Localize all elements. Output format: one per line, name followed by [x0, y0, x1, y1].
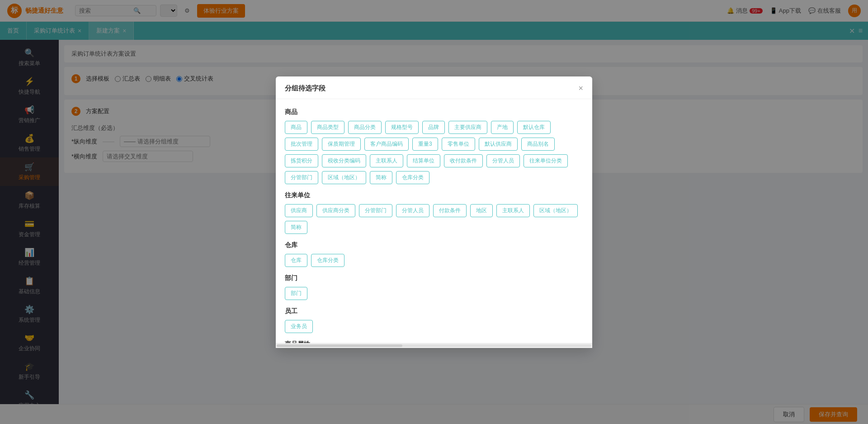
modal-section-2: 仓库仓库仓库分类 [285, 241, 583, 267]
section-title-4: 员工 [285, 307, 583, 315]
field-tag-1-6[interactable]: 主联系人 [496, 204, 530, 217]
fields-group-0: 商品商品类型商品分类规格型号品牌主要供应商产地默认仓库批次管理保质期管理客户商品… [285, 121, 583, 184]
field-tag-0-11[interactable]: 重量3 [412, 138, 438, 151]
modal-close-button[interactable]: × [578, 84, 583, 93]
field-tag-0-0[interactable]: 商品 [285, 121, 307, 134]
field-tag-0-6[interactable]: 产地 [491, 121, 514, 134]
field-tag-1-0[interactable]: 供应商 [285, 204, 313, 217]
field-tag-0-15[interactable]: 拣货积分 [285, 154, 318, 167]
field-tag-1-5[interactable]: 地区 [470, 204, 493, 217]
field-tag-0-21[interactable]: 往来单位分类 [524, 154, 568, 167]
field-tag-0-9[interactable]: 保质期管理 [322, 138, 361, 151]
fields-group-4: 业务员 [285, 320, 583, 333]
field-tag-2-0[interactable]: 仓库 [285, 254, 307, 267]
modal-section-1: 往来单位供应商供应商分类分管部门分管人员付款条件地区主联系人区域（地区）简称 [285, 191, 583, 234]
field-tag-1-7[interactable]: 区域（地区） [533, 204, 578, 217]
field-tag-2-1[interactable]: 仓库分类 [311, 254, 344, 267]
field-tag-3-0[interactable]: 部门 [285, 287, 307, 300]
field-tag-0-22[interactable]: 分管部门 [285, 171, 318, 184]
modal-body: 商品商品商品类型商品分类规格型号品牌主要供应商产地默认仓库批次管理保质期管理客户… [276, 99, 592, 343]
field-tag-0-23[interactable]: 区域（地区） [322, 171, 366, 184]
field-tag-0-7[interactable]: 默认仓库 [517, 121, 551, 134]
field-tag-0-20[interactable]: 分管人员 [486, 154, 520, 167]
field-tag-0-17[interactable]: 主联系人 [370, 154, 403, 167]
section-title-0: 商品 [285, 108, 583, 116]
field-tag-0-2[interactable]: 商品分类 [348, 121, 382, 134]
fields-group-2: 仓库仓库分类 [285, 254, 583, 267]
section-title-2: 仓库 [285, 241, 583, 249]
hscroll-thumb[interactable] [277, 344, 402, 347]
modal-dialog: 分组待选字段 × 商品商品商品类型商品分类规格型号品牌主要供应商产地默认仓库批次… [276, 76, 592, 348]
field-tag-1-4[interactable]: 付款条件 [433, 204, 467, 217]
modal-header: 分组待选字段 × [276, 76, 592, 99]
field-tag-0-19[interactable]: 收付款条件 [444, 154, 483, 167]
field-tag-1-1[interactable]: 供应商分类 [316, 204, 355, 217]
field-tag-0-8[interactable]: 批次管理 [285, 138, 318, 151]
fields-group-3: 部门 [285, 287, 583, 300]
modal-section-0: 商品商品商品类型商品分类规格型号品牌主要供应商产地默认仓库批次管理保质期管理客户… [285, 108, 583, 184]
field-tag-0-12[interactable]: 零售单位 [442, 138, 475, 151]
field-tag-0-24[interactable]: 简称 [370, 171, 392, 184]
section-title-1: 往来单位 [285, 191, 583, 200]
field-tag-4-0[interactable]: 业务员 [285, 320, 313, 333]
field-tag-0-16[interactable]: 税收分类编码 [322, 154, 366, 167]
field-tag-1-8[interactable]: 简称 [285, 221, 307, 234]
modal-overlay: 分组待选字段 × 商品商品商品类型商品分类规格型号品牌主要供应商产地默认仓库批次… [0, 0, 868, 424]
field-tag-0-18[interactable]: 结算单位 [407, 154, 440, 167]
field-tag-0-13[interactable]: 默认供应商 [479, 138, 518, 151]
field-tag-0-25[interactable]: 仓库分类 [396, 171, 429, 184]
field-tag-0-4[interactable]: 品牌 [422, 121, 445, 134]
field-tag-1-2[interactable]: 分管部门 [359, 204, 392, 217]
field-tag-0-10[interactable]: 客户商品编码 [364, 138, 409, 151]
modal-section-4: 员工业务员 [285, 307, 583, 333]
field-tag-0-3[interactable]: 规格型号 [385, 121, 419, 134]
field-tag-0-14[interactable]: 商品别名 [521, 138, 555, 151]
fields-group-1: 供应商供应商分类分管部门分管人员付款条件地区主联系人区域（地区）简称 [285, 204, 583, 234]
field-tag-1-3[interactable]: 分管人员 [396, 204, 429, 217]
modal-horizontal-scrollbar[interactable] [276, 343, 592, 348]
modal-title: 分组待选字段 [285, 84, 326, 93]
hscroll-track [277, 344, 591, 347]
field-tag-0-1[interactable]: 商品类型 [311, 121, 344, 134]
field-tag-0-5[interactable]: 主要供应商 [448, 121, 487, 134]
modal-section-3: 部门部门 [285, 274, 583, 300]
section-title-3: 部门 [285, 274, 583, 282]
